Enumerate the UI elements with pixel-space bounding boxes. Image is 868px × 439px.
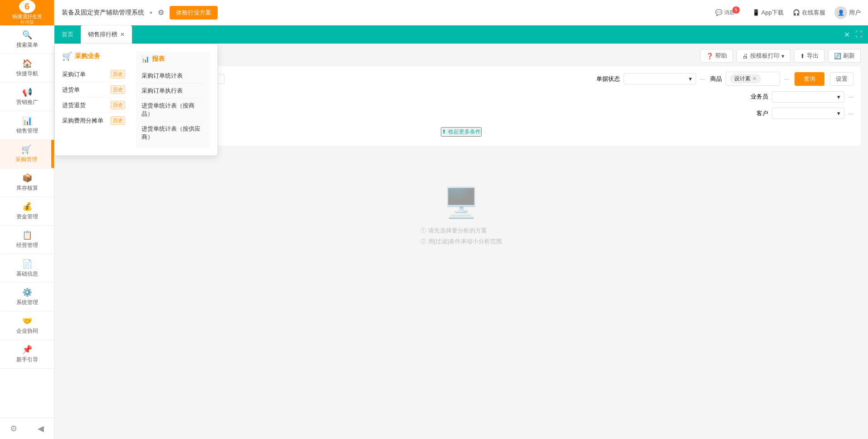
sidebar-item-enterprise[interactable]: 🤝 企业协同 xyxy=(0,311,54,340)
refresh-btn[interactable]: 🔄 刷新 xyxy=(828,49,861,63)
header-title: 装备及固定资产辅助管理系统 xyxy=(62,9,144,17)
help-label: 帮助 xyxy=(715,52,727,60)
app-download-item[interactable]: 📱 App下载 xyxy=(752,9,784,17)
history-badge-1: 历史 xyxy=(111,85,125,94)
sidebar-item-label: 新手引导 xyxy=(16,356,38,364)
header: 装备及固定资产辅助管理系统 ▾ ⚙ 体验行业方案 💬 消息 5 📱 App下载 … xyxy=(54,0,868,25)
popup-purchase-col: 🛒 采购业务 采购订单 历史 进货单 历史 进货退货 历史 采购费用分摊单 历史 xyxy=(62,51,125,148)
logo-text: 畅捷通好生意 xyxy=(12,14,42,19)
export-label: 导出 xyxy=(807,52,819,60)
app-download-label: App下载 xyxy=(761,9,784,17)
salesperson-more-icon[interactable]: ··· xyxy=(848,93,853,100)
history-badge-3: 历史 xyxy=(111,116,125,125)
sidebar-item-sales[interactable]: 📊 销售管理 xyxy=(0,111,54,140)
popup-report-item-3[interactable]: 进货单统计表（按供应商） xyxy=(141,122,205,144)
salesperson-select[interactable]: ▾ xyxy=(772,91,844,103)
purchase-col-icon: 🛒 xyxy=(62,51,72,61)
tab-maximize-icon[interactable]: ⛶ xyxy=(855,30,863,39)
popup-item-purchase-order[interactable]: 采购订单 历史 xyxy=(62,67,125,82)
customer-filter: 客户 ▾ ··· xyxy=(756,108,853,119)
popup-report-col: 📊 报表 采购订单统计表 采购订单执行表 进货单统计表（按商品） 进货单统计表（… xyxy=(136,51,210,148)
sidebar-item-label: 系统管理 xyxy=(16,299,38,306)
popup-report-item-1[interactable]: 采购订单执行表 xyxy=(141,84,205,99)
help-icon: ❓ xyxy=(706,53,713,59)
sidebar-item-newbie[interactable]: 📌 新手引导 xyxy=(0,340,54,369)
sidebar-item-quick[interactable]: 🏠 快捷导航 xyxy=(0,54,54,83)
goods-tag: 设计素 ✕ xyxy=(730,74,761,84)
popup-item-return[interactable]: 进货退货 历史 xyxy=(62,98,125,113)
goods-tag-close[interactable]: ✕ xyxy=(752,76,756,82)
sidebar-item-label: 采购管理 xyxy=(15,156,37,163)
sidebar-item-label: 经营管理 xyxy=(16,242,38,249)
system-icon: ⚙️ xyxy=(22,287,32,297)
tabs-bar-right: ✕ ⛶ xyxy=(844,30,868,39)
tab-sales-ranking[interactable]: 销售排行榜 ✕ xyxy=(81,25,132,44)
empty-hint-1: ① 请先选择要分析的方案 xyxy=(420,225,502,236)
finance-icon: 💰 xyxy=(22,202,32,212)
collapse-sidebar-icon[interactable]: ◀ xyxy=(38,424,44,434)
message-icon: 💬 xyxy=(715,9,722,16)
header-dropdown-icon[interactable]: ▾ xyxy=(150,10,152,16)
sidebar-item-label: 基础信息 xyxy=(16,270,38,278)
popup-item-expense[interactable]: 采购费用分摊单 历史 xyxy=(62,113,125,128)
empty-hint-2: ② 用[过滤]条件来缩小分析范围 xyxy=(420,236,502,247)
voucher-status-more-icon[interactable]: ··· xyxy=(700,75,705,83)
headset-icon: 🎧 xyxy=(793,9,800,16)
sidebar-item-label: 搜索菜单 xyxy=(16,41,38,49)
marketing-icon: 📢 xyxy=(22,87,32,97)
operation-icon: 📋 xyxy=(22,230,32,240)
industry-btn[interactable]: 体验行业方案 xyxy=(170,6,218,20)
print-dropdown-icon: ▾ xyxy=(781,53,785,59)
popup-report-item-0[interactable]: 采购订单统计表 xyxy=(141,69,205,84)
sidebar-item-purchase[interactable]: 🛒 采购管理 xyxy=(0,140,54,168)
voucher-status-label: 单据状态 xyxy=(596,75,620,83)
goods-select[interactable]: 设计素 ✕ xyxy=(726,72,780,86)
customer-select[interactable]: ▾ xyxy=(772,108,844,119)
popup-item-label: 采购订单 xyxy=(62,70,86,79)
export-btn[interactable]: ⬆ 导出 xyxy=(794,49,824,63)
tab-home-label: 首页 xyxy=(62,30,73,39)
report-title-label: 报表 xyxy=(152,55,165,63)
notification-item[interactable]: 💬 消息 5 xyxy=(715,9,743,16)
settings-btn[interactable]: 设置 xyxy=(830,72,853,86)
chevron-down-icon: ▾ xyxy=(689,75,692,82)
online-service-item[interactable]: 🎧 在线客服 xyxy=(793,9,825,17)
voucher-status-select[interactable]: ▾ xyxy=(624,73,696,84)
sidebar-item-system[interactable]: ⚙️ 系统管理 xyxy=(0,283,54,311)
history-badge-0: 历史 xyxy=(111,70,125,79)
popup-purchase-title: 🛒 采购业务 xyxy=(62,51,125,61)
collapse-btn[interactable]: ⬆ 收起更多条件 xyxy=(441,127,481,137)
user-item[interactable]: 👤 用户 xyxy=(834,6,861,19)
hint1-text: 请先选择要分析的方案 xyxy=(428,227,487,234)
goods-more-icon[interactable]: ··· xyxy=(784,75,789,83)
settings-bottom-icon[interactable]: ⚙ xyxy=(10,424,17,434)
sidebar-item-search[interactable]: 🔍 搜索菜单 xyxy=(0,25,54,54)
sidebar-item-marketing[interactable]: 📢 营销推广 xyxy=(0,83,54,111)
sidebar-item-label: 库存核算 xyxy=(16,184,38,192)
phone-icon: 📱 xyxy=(752,9,760,16)
sidebar-item-inventory[interactable]: 📦 库存核算 xyxy=(0,168,54,197)
sidebar-item-label: 企业协同 xyxy=(16,327,38,335)
popup-item-label: 进货单 xyxy=(62,86,80,94)
sidebar-item-finance[interactable]: 💰 资金管理 xyxy=(0,197,54,226)
help-btn[interactable]: ❓ 帮助 xyxy=(700,49,733,63)
sidebar-item-basic[interactable]: 📄 基础信息 xyxy=(0,254,54,283)
tab-home[interactable]: 首页 xyxy=(54,25,81,44)
customer-label: 客户 xyxy=(756,109,768,118)
avatar: 👤 xyxy=(834,6,847,19)
tab-close-all-icon[interactable]: ✕ xyxy=(844,30,850,39)
query-btn[interactable]: 查询 xyxy=(795,72,824,86)
popup-item-instock[interactable]: 进货单 历史 xyxy=(62,82,125,98)
customer-more-icon[interactable]: ··· xyxy=(848,110,853,117)
tab-close-icon[interactable]: ✕ xyxy=(120,31,125,38)
popup-columns: 🛒 采购业务 采购订单 历史 进货单 历史 进货退货 历史 采购费用分摊单 历史 xyxy=(62,51,210,148)
sidebar-item-operation[interactable]: 📋 经营管理 xyxy=(0,226,54,254)
tabs-bar: 首页 销售排行榜 ✕ ✕ ⛶ xyxy=(54,25,868,44)
tab-sales-ranking-label: 销售排行榜 xyxy=(88,30,117,39)
dropdown-popup: 🛒 采购业务 采购订单 历史 进货单 历史 进货退货 历史 采购费用分摊单 历史 xyxy=(54,44,218,156)
sidebar-item-label: 销售管理 xyxy=(16,127,38,135)
home-icon: 🏠 xyxy=(22,59,32,69)
print-btn[interactable]: 🖨 按模板打印 ▾ xyxy=(736,49,790,63)
popup-report-item-2[interactable]: 进货单统计表（按商品） xyxy=(141,99,205,122)
header-gear-icon[interactable]: ⚙ xyxy=(158,8,164,17)
